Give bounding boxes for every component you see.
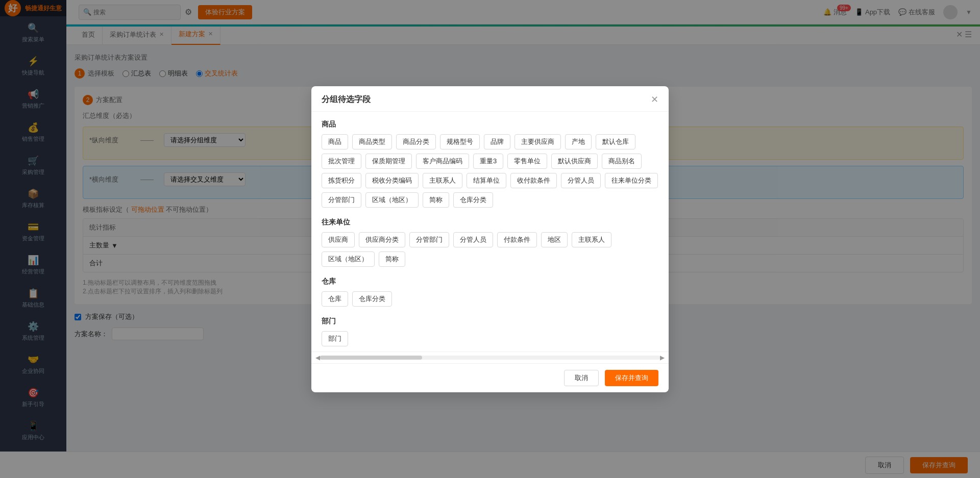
modal-footer: 取消 保存并查询 xyxy=(311,363,669,392)
modal-hscroll: ◀ ▶ xyxy=(311,351,669,363)
modal-confirm-btn[interactable]: 保存并查询 xyxy=(605,370,658,386)
section-title-warehouse: 仓库 xyxy=(322,277,658,286)
field-chip-product-category[interactable]: 商品分类 xyxy=(396,134,436,149)
field-chip-settlement-unit[interactable]: 结算单位 xyxy=(467,173,506,188)
section-title-product: 商品 xyxy=(322,120,658,129)
field-chip-product-type[interactable]: 商品类型 xyxy=(352,134,392,149)
field-chip-region[interactable]: 区域（地区） xyxy=(365,192,419,208)
field-chip-counterpart-category[interactable]: 往来单位分类 xyxy=(605,173,658,188)
field-chip-tax-code[interactable]: 税收分类编码 xyxy=(365,173,419,188)
modal-header: 分组待选字段 ✕ xyxy=(311,86,669,112)
field-chip-wh-category[interactable]: 仓库分类 xyxy=(352,291,392,307)
field-chip-contact[interactable]: 主联系人 xyxy=(572,232,611,247)
modal-close-btn[interactable]: ✕ xyxy=(651,95,658,104)
modal-title: 分组待选字段 xyxy=(322,94,371,105)
field-chip-main-supplier[interactable]: 主要供应商 xyxy=(514,134,561,149)
section-title-department: 部门 xyxy=(322,317,658,326)
field-chip-area[interactable]: 地区 xyxy=(541,232,568,247)
field-section-counterpart: 往来单位供应商供应商分类分管部门分管人员付款条件地区主联系人区域（地区）简称 xyxy=(322,218,658,267)
field-chip-batch-mgmt[interactable]: 批次管理 xyxy=(322,154,361,169)
field-chip-retail-unit[interactable]: 零售单位 xyxy=(507,154,547,169)
field-section-department: 部门部门 xyxy=(322,317,658,346)
field-section-product: 商品商品商品类型商品分类规格型号品牌主要供应商产地默认仓库批次管理保质期管理客户… xyxy=(322,120,658,208)
hscroll-thumb[interactable] xyxy=(320,356,422,360)
field-chip-admin-person[interactable]: 分管人员 xyxy=(453,232,493,247)
field-chip-product-alias[interactable]: 商品别名 xyxy=(602,154,642,169)
field-chip-supplier-category[interactable]: 供应商分类 xyxy=(359,232,405,247)
field-chip-product[interactable]: 商品 xyxy=(322,134,348,149)
field-chip-spec-type[interactable]: 规格型号 xyxy=(440,134,480,149)
modal-cancel-btn[interactable]: 取消 xyxy=(564,370,599,386)
hscroll-right-arrow[interactable]: ▶ xyxy=(660,354,665,361)
field-chip-dep[interactable]: 部门 xyxy=(322,331,348,346)
field-chip-weight3[interactable]: 重量3 xyxy=(473,154,503,169)
hscroll-left-arrow[interactable]: ◀ xyxy=(315,354,320,361)
modal-body: 商品商品商品类型商品分类规格型号品牌主要供应商产地默认仓库批次管理保质期管理客户… xyxy=(311,112,669,351)
field-chip-pick-points[interactable]: 拣货积分 xyxy=(322,173,361,188)
field-chip-admin-staff[interactable]: 分管人员 xyxy=(561,173,601,188)
field-chip-payment-terms[interactable]: 收付款条件 xyxy=(510,173,557,188)
field-chip-supplier[interactable]: 供应商 xyxy=(322,232,355,247)
modal-overlay: 分组待选字段 ✕ 商品商品商品类型商品分类规格型号品牌主要供应商产地默认仓库批次… xyxy=(0,0,980,478)
field-chip-admin-dept[interactable]: 分管部门 xyxy=(322,192,361,208)
field-section-warehouse: 仓库仓库仓库分类 xyxy=(322,277,658,307)
field-chip-warehouse-category[interactable]: 仓库分类 xyxy=(453,192,493,208)
field-chip-dept[interactable]: 分管部门 xyxy=(409,232,449,247)
field-chip-payment-cond[interactable]: 付款条件 xyxy=(497,232,537,247)
field-chip-default-supplier[interactable]: 默认供应商 xyxy=(551,154,598,169)
field-chip-region2[interactable]: 区域（地区） xyxy=(322,251,375,267)
field-grid-counterpart: 供应商供应商分类分管部门分管人员付款条件地区主联系人区域（地区）简称 xyxy=(322,232,658,267)
field-chip-brand[interactable]: 品牌 xyxy=(484,134,510,149)
field-chip-main-contact[interactable]: 主联系人 xyxy=(423,173,462,188)
section-title-counterpart: 往来单位 xyxy=(322,218,658,227)
modal: 分组待选字段 ✕ 商品商品商品类型商品分类规格型号品牌主要供应商产地默认仓库批次… xyxy=(311,86,669,392)
field-chip-origin[interactable]: 产地 xyxy=(565,134,592,149)
field-grid-warehouse: 仓库仓库分类 xyxy=(322,291,658,307)
field-chip-wh[interactable]: 仓库 xyxy=(322,291,348,307)
field-chip-default-warehouse[interactable]: 默认仓库 xyxy=(596,134,635,149)
hscroll-track xyxy=(320,356,660,360)
field-grid-department: 部门 xyxy=(322,331,658,346)
field-grid-product: 商品商品类型商品分类规格型号品牌主要供应商产地默认仓库批次管理保质期管理客户商品… xyxy=(322,134,658,208)
field-chip-customer-code[interactable]: 客户商品编码 xyxy=(416,154,469,169)
field-chip-expiry-mgmt[interactable]: 保质期管理 xyxy=(365,154,412,169)
field-chip-abbr[interactable]: 简称 xyxy=(379,251,405,267)
field-chip-short-name[interactable]: 简称 xyxy=(423,192,449,208)
